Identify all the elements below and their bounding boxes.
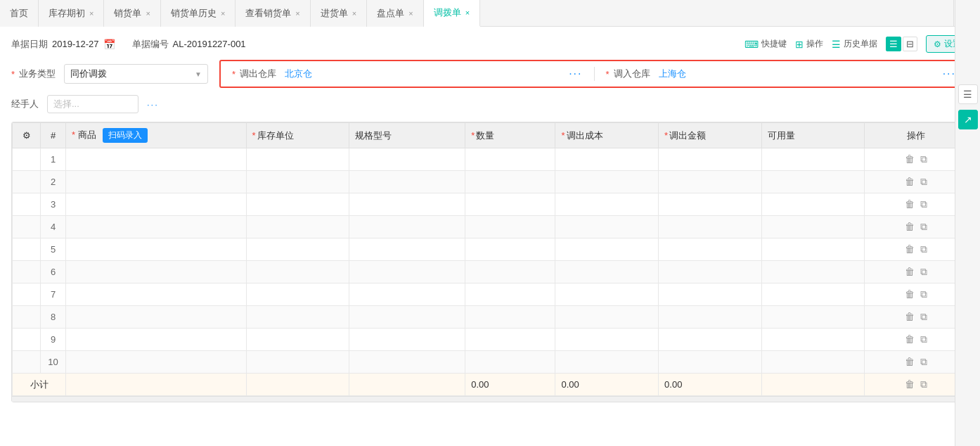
row-cost-cell-5[interactable] — [555, 238, 659, 261]
shortcuts-button[interactable]: ⌨ 快捷键 — [744, 38, 787, 50]
layout-btn-grid[interactable]: ⊟ — [903, 37, 917, 51]
business-type-select[interactable]: 同价调拨 ▼ — [64, 64, 208, 84]
row-delete-icon-2[interactable]: 🗑 — [905, 176, 915, 187]
row-product-cell-3[interactable] — [66, 193, 247, 216]
horizontal-scrollbar[interactable] — [12, 396, 968, 402]
scan-button[interactable]: 扫码录入 — [103, 128, 148, 143]
row-cost-cell-7[interactable] — [555, 283, 659, 306]
row-cost-cell-2[interactable] — [555, 171, 659, 193]
row-amount-cell-4[interactable] — [659, 216, 762, 238]
row-cost-cell-6[interactable] — [555, 261, 659, 283]
row-cost-cell-8[interactable] — [555, 306, 659, 329]
tab-sales-history[interactable]: 销货单历史 × — [161, 0, 236, 27]
row-qty-cell-8[interactable] — [465, 306, 555, 329]
row-qty-cell-9[interactable] — [465, 329, 555, 351]
tab-inventory-check-close[interactable]: × — [408, 9, 413, 18]
tab-sales-order-close[interactable]: × — [146, 9, 150, 18]
row-qty-cell-1[interactable] — [465, 148, 555, 171]
row-spec-cell-8[interactable] — [349, 306, 465, 329]
row-amount-cell-7[interactable] — [659, 283, 762, 306]
row-delete-icon-9[interactable]: 🗑 — [905, 333, 915, 345]
row-amount-cell-9[interactable] — [659, 329, 762, 351]
row-product-cell-10[interactable] — [66, 351, 247, 374]
row-qty-cell-6[interactable] — [465, 261, 555, 283]
row-unit-cell-10[interactable] — [246, 351, 349, 374]
row-product-cell-7[interactable] — [66, 283, 247, 306]
row-amount-cell-6[interactable] — [659, 261, 762, 283]
row-spec-cell-4[interactable] — [349, 216, 465, 238]
history-button[interactable]: ☰ 历史单据 — [832, 38, 877, 50]
subtotal-delete-icon[interactable]: 🗑 — [905, 378, 915, 390]
row-copy-icon-2[interactable]: ⧉ — [920, 176, 927, 187]
row-delete-icon-7[interactable]: 🗑 — [905, 288, 915, 300]
tab-inventory-check[interactable]: 盘点单 × — [367, 0, 423, 27]
row-amount-cell-5[interactable] — [659, 238, 762, 261]
row-unit-cell-9[interactable] — [246, 329, 349, 351]
row-product-cell-9[interactable] — [66, 329, 247, 351]
tab-home[interactable]: 首页 — [0, 0, 39, 27]
tab-inventory-init[interactable]: 库存期初 × — [39, 0, 104, 27]
row-qty-cell-10[interactable] — [465, 351, 555, 374]
row-product-cell-5[interactable] — [66, 238, 247, 261]
row-qty-cell-2[interactable] — [465, 171, 555, 193]
row-spec-cell-7[interactable] — [349, 283, 465, 306]
row-spec-cell-9[interactable] — [349, 329, 465, 351]
row-unit-cell-4[interactable] — [246, 216, 349, 238]
row-amount-cell-3[interactable] — [659, 193, 762, 216]
tab-transfer-order-close[interactable]: × — [465, 8, 470, 17]
tab-sales-history-close[interactable]: × — [221, 9, 225, 18]
row-amount-cell-8[interactable] — [659, 306, 762, 329]
tab-view-sales-close[interactable]: × — [295, 9, 299, 18]
operations-button[interactable]: ⊞ 操作 — [795, 38, 823, 50]
row-copy-icon-8[interactable]: ⧉ — [920, 311, 927, 322]
col-gear[interactable]: ⚙ — [13, 123, 41, 148]
tab-view-sales[interactable]: 查看销货单 × — [236, 0, 310, 27]
tab-purchase-order[interactable]: 进货单 × — [311, 0, 367, 27]
row-product-cell-2[interactable] — [66, 171, 247, 193]
row-spec-cell-6[interactable] — [349, 261, 465, 283]
tab-inventory-init-close[interactable]: × — [89, 9, 94, 18]
row-spec-cell-3[interactable] — [349, 193, 465, 216]
row-product-cell-6[interactable] — [66, 261, 247, 283]
row-delete-icon-6[interactable]: 🗑 — [905, 266, 915, 277]
tab-transfer-order[interactable]: 调拨单 × — [424, 0, 480, 27]
row-copy-icon-9[interactable]: ⧉ — [920, 333, 927, 345]
row-copy-icon-5[interactable]: ⧉ — [920, 243, 927, 255]
row-amount-cell-2[interactable] — [659, 171, 762, 193]
row-copy-icon-7[interactable]: ⧉ — [920, 288, 927, 300]
row-copy-icon-3[interactable]: ⧉ — [920, 198, 927, 210]
tab-purchase-order-close[interactable]: × — [352, 9, 356, 18]
row-copy-icon-10[interactable]: ⧉ — [920, 356, 927, 367]
handler-select[interactable]: 选择... — [47, 95, 138, 113]
row-unit-cell-6[interactable] — [246, 261, 349, 283]
row-unit-cell-3[interactable] — [246, 193, 349, 216]
sidebar-export-button[interactable]: ↗ — [958, 110, 978, 129]
row-cost-cell-4[interactable] — [555, 216, 659, 238]
calendar-icon[interactable]: 📅 — [103, 39, 115, 50]
row-spec-cell-1[interactable] — [349, 148, 465, 171]
layout-btn-list[interactable]: ☰ — [886, 37, 901, 51]
row-unit-cell-5[interactable] — [246, 238, 349, 261]
row-product-cell-8[interactable] — [66, 306, 247, 329]
row-qty-cell-5[interactable] — [465, 238, 555, 261]
tab-sales-order[interactable]: 销货单 × — [104, 0, 160, 27]
out-warehouse-more-icon[interactable]: ··· — [569, 68, 582, 80]
row-spec-cell-2[interactable] — [349, 171, 465, 193]
row-amount-cell-1[interactable] — [659, 148, 762, 171]
row-qty-cell-3[interactable] — [465, 193, 555, 216]
handler-more-icon[interactable]: ··· — [147, 99, 159, 110]
row-delete-icon-4[interactable]: 🗑 — [905, 221, 915, 232]
row-delete-icon-8[interactable]: 🗑 — [905, 311, 915, 322]
row-copy-icon-1[interactable]: ⧉ — [920, 153, 927, 165]
row-unit-cell-7[interactable] — [246, 283, 349, 306]
row-copy-icon-6[interactable]: ⧉ — [920, 266, 927, 277]
row-delete-icon-5[interactable]: 🗑 — [905, 243, 915, 255]
row-qty-cell-7[interactable] — [465, 283, 555, 306]
row-product-cell-1[interactable] — [66, 148, 247, 171]
row-spec-cell-10[interactable] — [349, 351, 465, 374]
subtotal-copy-icon[interactable]: ⧉ — [920, 378, 927, 390]
row-copy-icon-4[interactable]: ⧉ — [920, 221, 927, 232]
row-cost-cell-10[interactable] — [555, 351, 659, 374]
row-cost-cell-3[interactable] — [555, 193, 659, 216]
sidebar-list-button[interactable]: ☰ — [958, 84, 978, 104]
